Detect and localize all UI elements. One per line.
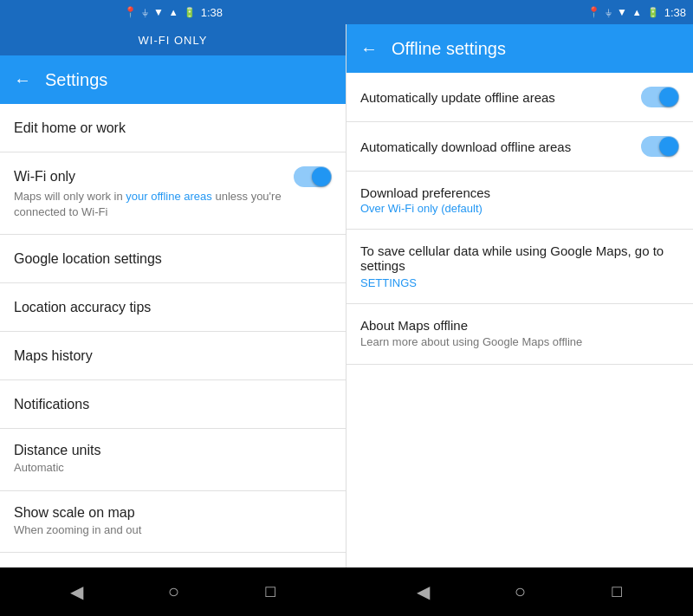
recent-nav-icon-right[interactable]: ☐ — [611, 584, 623, 600]
offline-item-auto-update[interactable]: Automatically update offline areas — [346, 73, 693, 122]
signal-icon-right: ▲ — [632, 7, 642, 17]
offline-areas-link[interactable]: your offline areas — [126, 190, 212, 203]
recent-nav-icon-left[interactable]: ☐ — [264, 584, 276, 600]
right-panel: ← Offline settings Automatically update … — [346, 24, 693, 567]
main-content: WI-FI ONLY ← Settings Edit home or work … — [0, 24, 693, 567]
wifi-only-toggle[interactable] — [294, 166, 332, 187]
settings-item-location-accuracy[interactable]: Location accuracy tips — [0, 283, 346, 332]
battery-icon-left: 🔋 — [184, 7, 196, 18]
status-bar-left: 📍 ⏚ ▼ ▲ 🔋 1:38 — [0, 0, 346, 24]
bluetooth-icon-right: ⏚ — [606, 6, 612, 18]
wifi-icon-left: ▼ — [153, 6, 164, 18]
settings-title: Settings — [45, 70, 107, 90]
time-left: 1:38 — [201, 6, 223, 19]
settings-back-button[interactable]: ← — [14, 70, 31, 90]
home-nav-icon-left[interactable]: ○ — [168, 580, 179, 603]
settings-list: Edit home or work Wi-Fi only Maps will o… — [0, 104, 346, 567]
bottom-nav-left: ◀ ○ ☐ — [0, 567, 346, 616]
settings-item-edit-home[interactable]: Edit home or work — [0, 104, 346, 152]
settings-item-wifi-only[interactable]: Wi-Fi only Maps will only work in your o… — [0, 152, 346, 235]
offline-list: Automatically update offline areas Autom… — [346, 73, 693, 567]
settings-item-show-scale[interactable]: Show scale on map When zooming in and ou… — [0, 491, 346, 553]
maps-history-label: Maps history — [14, 348, 93, 364]
bottom-nav-right: ◀ ○ ☐ — [346, 567, 693, 616]
settings-item-notifications[interactable]: Notifications — [0, 380, 346, 429]
signal-icon-left: ▲ — [169, 7, 178, 17]
wifi-subheader: WI-FI ONLY — [0, 24, 346, 55]
distance-units-label: Distance units — [14, 443, 101, 458]
cellular-settings-link[interactable]: SETTINGS — [360, 276, 679, 289]
location-icon-left: 📍 — [124, 6, 137, 18]
time-right: 1:38 — [664, 6, 686, 19]
location-icon-right: 📍 — [587, 6, 600, 18]
cellular-label: To save cellular data while using Google… — [360, 243, 679, 273]
distance-units-sub: Automatic — [14, 460, 332, 476]
auto-download-toggle[interactable] — [641, 136, 679, 157]
download-prefs-label: Download preferences — [360, 185, 679, 200]
battery-icon-right: 🔋 — [647, 7, 659, 18]
offline-back-button[interactable]: ← — [360, 39, 378, 59]
back-nav-icon-right[interactable]: ◀ — [417, 581, 430, 602]
offline-title: Offline settings — [392, 39, 506, 59]
offline-item-download-prefs[interactable]: Download preferences Over Wi-Fi only (de… — [346, 172, 693, 230]
auto-update-toggle[interactable] — [641, 87, 679, 107]
offline-header: ← Offline settings — [346, 24, 693, 73]
back-nav-icon-left[interactable]: ◀ — [70, 581, 83, 602]
about-maps-sub: Learn more about using Google Maps offli… — [360, 334, 679, 350]
home-nav-icon-right[interactable]: ○ — [515, 580, 526, 603]
settings-header: ← Settings — [0, 55, 346, 104]
auto-download-label: Automatically download offline areas — [360, 139, 641, 154]
offline-item-about[interactable]: About Maps offline Learn more about usin… — [346, 304, 693, 365]
status-bar: 📍 ⏚ ▼ ▲ 🔋 1:38 📍 ⏚ ▼ ▲ 🔋 1:38 — [0, 0, 693, 24]
bottom-nav: ◀ ○ ☐ ◀ ○ ☐ — [0, 567, 693, 616]
offline-item-auto-download[interactable]: Automatically download offline areas — [346, 122, 693, 172]
auto-update-label: Automatically update offline areas — [360, 90, 641, 105]
show-scale-sub: When zooming in and out — [14, 522, 332, 538]
location-accuracy-label: Location accuracy tips — [14, 300, 151, 315]
status-bar-right: 📍 ⏚ ▼ ▲ 🔋 1:38 — [346, 0, 693, 24]
offline-item-cellular: To save cellular data while using Google… — [346, 230, 693, 304]
notifications-label: Notifications — [14, 397, 89, 412]
show-scale-label: Show scale on map — [14, 505, 135, 521]
edit-home-label: Edit home or work — [14, 120, 126, 136]
settings-item-maps-history[interactable]: Maps history — [0, 332, 346, 380]
bluetooth-icon-left: ⏚ — [142, 6, 148, 18]
wifi-only-label: Wi-Fi only — [14, 169, 75, 185]
about-maps-label: About Maps offline — [360, 318, 679, 333]
download-prefs-sub: Over Wi-Fi only (default) — [360, 202, 679, 215]
google-location-label: Google location settings — [14, 251, 162, 267]
settings-item-google-location[interactable]: Google location settings — [0, 235, 346, 283]
settings-item-distance-units[interactable]: Distance units Automatic — [0, 429, 346, 490]
left-panel: WI-FI ONLY ← Settings Edit home or work … — [0, 24, 346, 567]
wifi-icon-right: ▼ — [617, 6, 627, 18]
wifi-only-sub: Maps will only work in your offline area… — [14, 189, 332, 220]
